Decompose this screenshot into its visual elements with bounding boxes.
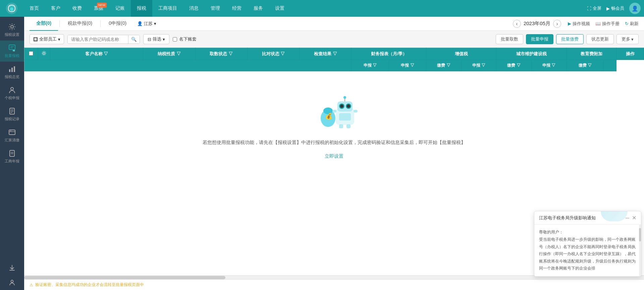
refresh-icon: ↻ (625, 21, 629, 26)
search-button[interactable]: 🔍 (128, 35, 140, 44)
notif-scrollbar[interactable] (639, 225, 641, 276)
avatar[interactable]: 👤 (629, 3, 641, 14)
sidebar-item-tax-records[interactable]: 报税记录 (0, 104, 24, 125)
nav-item-settings[interactable]: 设置 (269, 0, 290, 17)
sidebar-item-batch-tax[interactable]: 批 批量报税 (0, 41, 24, 62)
sidebar-label-settlement: 汇算清缴 (5, 138, 19, 143)
sidebar-item-annual-report[interactable]: 工商年报 (0, 146, 24, 167)
notification-panel: 江苏电子税务局升级影响通知 ─ ✕ 尊敬的用户： 受当前电子税务局进一步升级的影… (534, 211, 641, 277)
top-nav: 首页 客户 收费 票据 NEW 记账 报税 工商项目 消息 管理 经营 服务 设… (0, 0, 644, 17)
nav-item-manage[interactable]: 管理 (205, 0, 226, 17)
main-table: 客户名称 ▽ 纳税性质 ▽ 取数状态 ▽ 比对状态 ▽ (24, 48, 644, 179)
sidebar-label-annual-report: 工商年报 (5, 159, 19, 164)
status-update-btn[interactable]: 状态更新 (586, 34, 614, 44)
employee-selector[interactable]: 🔲 全部员工 ▾ (30, 34, 64, 44)
filter-btn[interactable]: ⊟ 筛选 ▾ (143, 34, 169, 44)
manual-action[interactable]: 📖 操作手册 (595, 21, 620, 27)
batch-fetch-btn[interactable]: 批量取数 (496, 34, 523, 44)
th-vat-declare: 申报 ▽ (389, 60, 426, 71)
search-input[interactable] (68, 35, 128, 44)
filter-icon-check[interactable]: ▽ (333, 51, 337, 56)
nav-item-bookkeeping[interactable]: 记账 (109, 0, 131, 17)
toolbar: 🔲 全部员工 ▾ 🔍 ⊟ 筛选 ▾ 名下账套 批量取数 批量申报 批量缴费 (24, 31, 644, 48)
svg-rect-19 (10, 150, 14, 156)
sidebar-label-personal-tax: 个税申报 (5, 95, 19, 100)
next-month-btn[interactable]: › (553, 20, 561, 28)
book-icon: 📖 (595, 21, 601, 26)
batch-tax-icon: 批 (8, 44, 16, 52)
th-operation-spacer (603, 60, 616, 71)
tab-divider-2 (100, 20, 101, 27)
svg-point-22 (11, 280, 13, 283)
dropdown-arrow-icon: ▾ (58, 37, 60, 42)
th-vat-pay: 缴费 ▽ (426, 60, 462, 71)
svg-text:批: 批 (13, 50, 15, 52)
nav-item-home[interactable]: 首页 (23, 0, 45, 17)
th-city-tax: 城市维护建设税 (496, 48, 567, 60)
notif-close-btn[interactable]: ✕ (632, 215, 636, 221)
region-selector[interactable]: 👤 江苏 ▾ (133, 21, 160, 27)
svg-rect-9 (11, 68, 13, 72)
batch-declare-btn[interactable]: 批量申报 (526, 34, 553, 44)
filter-icon-name[interactable]: ▽ (104, 51, 108, 56)
setup-link[interactable]: 立即设置 (325, 153, 343, 159)
th-city-declare: 申报 ▽ (461, 60, 496, 71)
month-nav: ‹ 2023年05月 › (513, 20, 561, 28)
empty-state: 💰 (24, 71, 644, 179)
scroll-thumb[interactable] (24, 276, 225, 279)
sidebar-item-tax-settings[interactable]: 报税设置 (0, 19, 24, 41)
checkbox-label[interactable]: 名下账套 (173, 36, 197, 42)
sidebar-item-user-settings[interactable] (0, 275, 24, 290)
tab-zero-declaration[interactable]: 0申报(0) (102, 17, 133, 31)
svg-rect-16 (9, 130, 15, 135)
sidebar-item-download[interactable] (0, 261, 24, 275)
nav-item-invoice[interactable]: 票据 NEW (88, 0, 109, 17)
chevron-down-icon: ▾ (154, 21, 156, 26)
th-operation: 操作 (616, 48, 644, 60)
sidebar-item-personal-tax[interactable]: 个税申报 (0, 83, 24, 104)
filter-icon-compare[interactable]: ▽ (280, 51, 285, 56)
name-account-checkbox[interactable] (173, 37, 177, 42)
nav-item-billing[interactable]: 收费 (66, 0, 88, 17)
video-action[interactable]: ▶ 操作视频 (568, 21, 590, 27)
more-btn[interactable]: 更多 ▾ (616, 34, 639, 44)
refresh-action[interactable]: ↻ 刷新 (625, 21, 639, 27)
new-badge: NEW (97, 3, 107, 8)
tab-all[interactable]: 全部(0) (30, 17, 58, 31)
employee-filter-icon: 🔲 (33, 37, 38, 42)
nav-items: 首页 客户 收费 票据 NEW 记账 报税 工商项目 消息 管理 经营 服务 设… (23, 0, 587, 17)
empty-message: 若您想使用批量报税功能，请先在【报税设置】中进行报税的初始化设置，完成密码验证和… (203, 138, 466, 147)
nav-item-service[interactable]: 服务 (248, 0, 269, 17)
svg-rect-10 (14, 66, 15, 72)
warning-icon: ⚠ (30, 283, 33, 287)
filter-icon-fetch[interactable]: ▽ (228, 51, 233, 56)
nav-item-business[interactable]: 工商项目 (152, 0, 183, 17)
svg-rect-8 (9, 69, 10, 72)
prev-month-btn[interactable]: ‹ (513, 20, 521, 28)
nav-item-customer[interactable]: 客户 (45, 0, 66, 17)
sidebar-item-tax-summary[interactable]: 报税总览 (0, 62, 24, 83)
search-box: 🔍 (67, 35, 140, 44)
filter-icon-tax[interactable]: ▽ (176, 51, 181, 56)
sidebar-item-settlement[interactable]: 汇算清缴 (0, 125, 24, 146)
batch-pay-btn[interactable]: 批量缴费 (556, 34, 584, 44)
fullscreen-btn[interactable]: ⛶ 全屏 (587, 5, 601, 11)
personal-tax-icon (8, 86, 16, 94)
member-btn[interactable]: ▶ 畅会员 (606, 5, 624, 11)
th-fetch-status: 取数状态 ▽ (195, 48, 247, 60)
tab-tax-declaration[interactable]: 税款申报(0) (61, 17, 99, 31)
settlement-icon (8, 128, 16, 136)
nav-item-operation[interactable]: 经营 (226, 0, 248, 17)
nav-item-tax[interactable]: 报税 (131, 0, 152, 17)
nav-item-message[interactable]: 消息 (183, 0, 205, 17)
svg-rect-37 (354, 110, 358, 113)
user-settings-icon (8, 279, 16, 287)
current-month: 2023年05月 (524, 20, 550, 27)
sidebar-label-batch-tax: 批量报税 (5, 53, 19, 58)
notif-scroll-thumb[interactable] (639, 228, 641, 241)
more-arrow-icon: ▾ (631, 37, 634, 42)
notif-title: 江苏电子税务局升级影响通知 (539, 215, 596, 221)
svg-rect-38 (339, 124, 343, 128)
select-all-checkbox[interactable] (29, 51, 33, 56)
th-checkbox[interactable] (24, 48, 38, 60)
